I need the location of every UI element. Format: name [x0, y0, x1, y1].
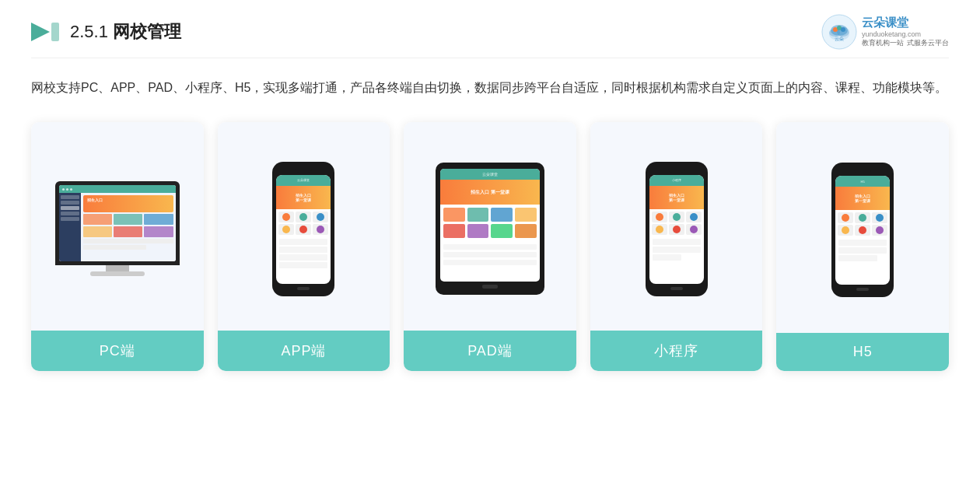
app-grid-6	[313, 224, 328, 235]
brand-slogan-line1: 教育机构一站	[862, 38, 904, 48]
cards-container: 招生入口	[31, 122, 949, 490]
pc-dot-2	[66, 188, 68, 191]
svg-point-9	[841, 27, 845, 32]
miniapp-phone-mock: 小程序 招生入口第一堂课	[646, 162, 708, 296]
card-pc-image: 招生入口	[31, 122, 204, 331]
miniapp-grid-1	[652, 212, 667, 222]
pc-screen-bar	[59, 185, 176, 193]
miniapp-banner-text: 招生入口第一堂课	[669, 193, 684, 202]
card-pc-label: PC端	[31, 331, 204, 371]
h5-home-btn	[856, 288, 869, 291]
pc-row-bar-2	[83, 245, 146, 250]
miniapp-list-2	[653, 247, 701, 253]
card-h5-image: H5 招生入口第一堂课	[776, 122, 949, 333]
card-pad: 云朵课堂 招生入口 第一堂课	[404, 122, 576, 371]
card-app-label: APP端	[218, 331, 390, 371]
svg-marker-0	[31, 23, 50, 41]
pc-card-5	[114, 226, 142, 237]
pad-list	[440, 241, 540, 268]
pc-banner: 招生入口	[83, 195, 173, 212]
card-h5: H5 招生入口第一堂课	[776, 122, 949, 371]
pad-grid-7	[491, 224, 513, 238]
card-miniapp-label: 小程序	[590, 331, 763, 371]
miniapp-header-text: 小程序	[672, 178, 681, 182]
pad-grid-3	[491, 208, 513, 222]
miniapp-list	[649, 237, 704, 262]
miniapp-screen: 小程序 招生入口第一堂课	[649, 175, 704, 284]
app-home-btn	[297, 287, 310, 290]
brand-name: 云朵课堂	[862, 16, 908, 30]
pad-list-2	[443, 252, 537, 257]
pc-banner-text: 招生入口	[87, 198, 103, 202]
pad-grid-5	[443, 224, 465, 238]
app-header-text: 云朵课堂	[297, 178, 310, 182]
miniapp-home-btn	[670, 287, 683, 290]
miniapp-grid-3	[686, 212, 702, 222]
pc-base	[90, 271, 145, 276]
brand-cloud-icon: 云朵	[821, 14, 857, 50]
brand-area: 云朵 云朵课堂 yunduoketang.com 教育机构一站 式服务云平台	[821, 14, 949, 50]
h5-grid	[835, 210, 890, 238]
miniapp-banner: 招生入口第一堂课	[649, 186, 704, 209]
h5-list-1	[838, 240, 887, 246]
description: 网校支持PC、APP、PAD、小程序、H5，实现多端打通，产品各终端自由切换，数…	[31, 58, 949, 108]
miniapp-grid-5	[669, 224, 684, 235]
pc-sidebar-item-1	[61, 195, 79, 199]
pc-device-mock: 招生入口	[55, 181, 180, 276]
app-list-2	[279, 247, 327, 253]
h5-banner-text: 招生入口第一堂课	[855, 194, 870, 203]
miniapp-grid-2	[669, 212, 684, 222]
logo-arrow-icon	[31, 18, 59, 46]
pc-sidebar-item-4	[61, 212, 79, 215]
pad-screen-header: 云朵课堂	[440, 169, 540, 180]
card-miniapp: 小程序 招生入口第一堂课	[590, 122, 763, 371]
pad-home-btn	[482, 285, 498, 289]
pc-screen: 招生入口	[59, 185, 176, 261]
app-screen-header: 云朵课堂	[276, 175, 331, 186]
h5-grid-5	[855, 225, 870, 236]
pc-sidebar-item-2	[61, 201, 79, 205]
pc-stand	[106, 265, 129, 271]
pc-sidebar-item-3	[61, 206, 79, 210]
miniapp-grid-6	[686, 224, 702, 235]
app-list	[276, 237, 331, 270]
miniapp-grid-4	[652, 224, 667, 235]
app-grid-2	[296, 212, 311, 222]
card-app-image: 云朵课堂 招生入口第一堂课	[218, 122, 390, 331]
pad-grid-8	[515, 224, 537, 238]
svg-text:云朵: 云朵	[835, 37, 844, 41]
h5-list	[835, 238, 890, 263]
description-text: 网校支持PC、APP、PAD、小程序、H5，实现多端打通，产品各终端自由切换，数…	[31, 81, 947, 94]
pc-card-4	[83, 226, 112, 237]
pc-card-2	[114, 214, 142, 225]
pad-grid-1	[443, 208, 465, 222]
pc-dot-1	[62, 188, 65, 191]
pc-sidebar-item-5	[61, 217, 79, 221]
app-list-1	[279, 239, 327, 245]
h5-list-2	[838, 247, 887, 254]
app-phone-screen: 云朵课堂 招生入口第一堂课	[276, 175, 331, 284]
app-banner-text: 招生入口第一堂课	[296, 193, 311, 202]
pad-list-3	[443, 260, 537, 265]
miniapp-header: 小程序	[649, 175, 704, 186]
app-phone-notch	[295, 168, 312, 173]
app-list-4	[279, 262, 327, 268]
header: 2.5.1 网校管理 云朵 云朵课堂 yundu	[31, 0, 949, 58]
h5-phone-mock: H5 招生入口第一堂课	[831, 163, 894, 297]
brand-url: yunduoketang.com	[862, 30, 949, 38]
pad-grid-2	[467, 208, 489, 222]
miniapp-list-3	[653, 254, 681, 261]
pad-screen: 云朵课堂 招生入口 第一堂课	[440, 169, 540, 282]
pc-screen-content: 招生入口	[59, 193, 176, 261]
pad-list-1	[443, 244, 537, 250]
pc-row-bar	[83, 239, 173, 243]
h5-grid-6	[872, 225, 887, 236]
card-app: 云朵课堂 招生入口第一堂课	[218, 122, 390, 371]
pc-card-6	[144, 226, 173, 237]
h5-header-text: H5	[861, 180, 865, 184]
brand-slogan: 教育机构一站 式服务云平台	[862, 38, 949, 48]
pc-card-3	[144, 214, 173, 225]
card-h5-label: H5	[776, 333, 949, 371]
h5-notch	[854, 169, 871, 173]
brand-right: 云朵课堂 yunduoketang.com 教育机构一站 式服务云平台	[862, 16, 949, 48]
